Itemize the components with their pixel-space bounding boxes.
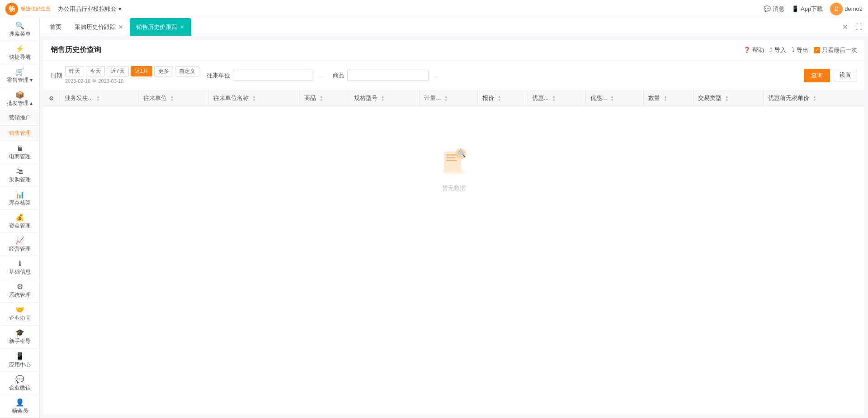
- th-discount2[interactable]: 优惠... ▲▼: [585, 90, 644, 106]
- download-action[interactable]: 📱 App下载: [792, 5, 823, 13]
- customer-dots[interactable]: ...: [317, 72, 326, 79]
- data-table: ⚙ 业务发生... ▲▼ 往来单位 ▲▼ 往来单位名称: [43, 90, 864, 106]
- sidebar-item-quick-nav[interactable]: ⚡ 快捷导航: [0, 41, 39, 64]
- sort-arrows-pre-discount: ▲▼: [813, 95, 816, 102]
- sidebar-item-label: 应用中心: [9, 361, 31, 369]
- sidebar-item-basic-info[interactable]: ℹ 基础信息: [0, 256, 39, 279]
- sidebar-item-sales-mgmt[interactable]: 销售管理: [0, 126, 39, 141]
- product-input[interactable]: [347, 70, 429, 81]
- product-filter-label: 商品: [333, 71, 344, 80]
- th-spec[interactable]: 规格型号 ▲▼: [349, 90, 419, 106]
- date-btn-yesterday[interactable]: 昨天: [65, 66, 84, 76]
- last-record-checkbox-label[interactable]: ✓ 只看最后一次: [814, 46, 857, 54]
- import-button[interactable]: ⤴ 导入: [769, 46, 786, 54]
- settings-icon: ⚙: [49, 95, 54, 102]
- date-btn-custom[interactable]: 自定义: [175, 66, 199, 76]
- table-area: ⚙ 业务发生... ▲▼ 往来单位 ▲▼ 往来单位名称: [43, 90, 864, 414]
- date-btn-1month[interactable]: 近1月: [131, 66, 153, 76]
- date-btn-7days[interactable]: 近7天: [107, 66, 129, 76]
- message-action[interactable]: 💬 消息: [764, 5, 784, 13]
- sidebar-item-label: 畅会员: [12, 408, 28, 415]
- collab-icon: 🤝: [15, 305, 24, 314]
- th-unit[interactable]: 计量... ▲▼: [420, 90, 478, 106]
- page-title: 销售历史价查询: [51, 45, 101, 55]
- empty-text: 暂无数据: [442, 184, 466, 192]
- sidebar-item-inventory[interactable]: 📊 库存核算: [0, 187, 39, 210]
- member-icon: 👤: [15, 398, 24, 407]
- sidebar-item-wechat[interactable]: 💬 企业微信: [0, 372, 39, 395]
- tab-close-purchase[interactable]: ✕: [118, 24, 123, 30]
- sidebar-item-system[interactable]: ⚙ 系统管理: [0, 279, 39, 302]
- sidebar-item-label: 电商管理: [9, 153, 31, 161]
- th-discount1[interactable]: 优惠... ▲▼: [527, 90, 585, 106]
- finance-icon: 💰: [15, 213, 24, 222]
- sidebar-item-purchase[interactable]: 🛍 采购管理: [0, 164, 39, 187]
- sidebar-item-guide[interactable]: 🎓 新手引导: [0, 326, 39, 349]
- tab-sales-history[interactable]: 销售历史价跟踪 ✕: [130, 18, 191, 36]
- tab-label: 采购历史价跟踪: [75, 23, 116, 31]
- top-bar-right: 💬 消息 📱 App下载 D demo2: [764, 3, 863, 15]
- sidebar-item-label: 零售管理 ▾: [7, 77, 33, 84]
- retail-icon: 🛒: [15, 67, 24, 76]
- sidebar-item-label: 资金管理: [9, 223, 31, 230]
- logo-area: 畅 畅捷信好生意: [5, 3, 51, 15]
- th-settings[interactable]: ⚙: [43, 90, 60, 106]
- svg-rect-3: [446, 157, 455, 158]
- sort-arrows-discount1: ▲▼: [552, 95, 556, 102]
- sidebar-item-collab[interactable]: 🤝 企业协同: [0, 303, 39, 326]
- business-icon: 📈: [15, 236, 24, 245]
- th-pre-discount-price[interactable]: 优惠前无税单价 ▲▼: [764, 90, 864, 106]
- th-product[interactable]: 商品 ▲▼: [300, 90, 349, 106]
- date-btn-more[interactable]: 更多: [154, 66, 173, 76]
- sidebar-item-member[interactable]: 👤 畅会员: [0, 395, 39, 418]
- table-header-row: ⚙ 业务发生... ▲▼ 往来单位 ▲▼ 往来单位名称: [43, 90, 864, 106]
- th-partner[interactable]: 往来单位 ▲▼: [138, 90, 208, 106]
- settings-button[interactable]: 设置: [834, 69, 857, 81]
- wholesale-icon: 📦: [15, 90, 24, 99]
- maximize-btn[interactable]: ⛶: [854, 21, 864, 33]
- th-quantity[interactable]: 数量 ▲▼: [644, 90, 693, 106]
- sidebar-item-retail[interactable]: 🛒 零售管理 ▾: [0, 64, 39, 87]
- close-tab-btn[interactable]: ✕: [840, 21, 850, 33]
- help-button[interactable]: ❓ 帮助: [743, 46, 764, 54]
- user-action[interactable]: D demo2: [830, 3, 863, 15]
- product-filter-group: 商品 ...: [333, 70, 440, 81]
- sidebar-item-marketing[interactable]: 营销推广: [0, 110, 39, 126]
- page-header: 销售历史价查询 ❓ 帮助 ⤴ 导入 ⤵ 导出 ✓: [43, 40, 864, 61]
- logo-text: 畅捷信好生意: [21, 5, 51, 12]
- sidebar-item-finance[interactable]: 💰 资金管理: [0, 210, 39, 233]
- export-button[interactable]: ⤵ 导出: [792, 46, 808, 54]
- sidebar-item-ecom[interactable]: 🖥 电商管理: [0, 141, 39, 164]
- search-button[interactable]: 查询: [804, 69, 830, 82]
- workspace-selector[interactable]: 办公用品行业模拟账套 ▾: [54, 3, 125, 15]
- sidebar-item-label: 批发管理 ▴: [7, 100, 33, 107]
- sidebar-item-label: 系统管理: [9, 292, 31, 299]
- th-trade-type[interactable]: 交易类型 ▲▼: [693, 90, 764, 106]
- message-label: 消息: [773, 5, 784, 13]
- product-dots[interactable]: ...: [431, 72, 440, 79]
- tab-close-sales[interactable]: ✕: [180, 24, 184, 30]
- tab-purchase-history[interactable]: 采购历史价跟踪 ✕: [68, 18, 130, 36]
- customer-input[interactable]: [233, 70, 314, 81]
- sort-arrows-spec: ▲▼: [381, 95, 385, 102]
- chevron-down-icon: ▾: [118, 5, 122, 12]
- sidebar-item-business[interactable]: 📈 经营管理: [0, 233, 39, 256]
- app-icon: 📱: [15, 352, 24, 361]
- sort-arrows-partner: ▲▼: [170, 95, 174, 102]
- sidebar-item-app-center[interactable]: 📱 应用中心: [0, 349, 39, 372]
- page-header-actions: ❓ 帮助 ⤴ 导入 ⤵ 导出 ✓ 只看最后一次: [743, 46, 857, 54]
- tab-home[interactable]: 首页: [43, 18, 68, 36]
- sidebar-item-search-menu[interactable]: 🔍 搜索菜单: [0, 18, 39, 41]
- sidebar-item-label: 企业协同: [9, 315, 31, 322]
- ecom-icon: 🖥: [16, 144, 24, 152]
- date-btn-today[interactable]: 今天: [86, 66, 105, 76]
- info-icon: ℹ: [19, 259, 21, 268]
- th-quote[interactable]: 报价 ▲▼: [478, 90, 528, 106]
- svg-rect-4: [446, 160, 457, 161]
- svg-text:🔍: 🔍: [458, 150, 466, 158]
- th-partner-name[interactable]: 往来单位名称 ▲▼: [209, 90, 300, 106]
- sidebar-item-label: 库存核算: [9, 200, 31, 207]
- th-business-date[interactable]: 业务发生... ▲▼: [60, 90, 138, 106]
- download-icon: 📱: [792, 5, 799, 12]
- sidebar-item-wholesale[interactable]: 📦 批发管理 ▴: [0, 87, 39, 110]
